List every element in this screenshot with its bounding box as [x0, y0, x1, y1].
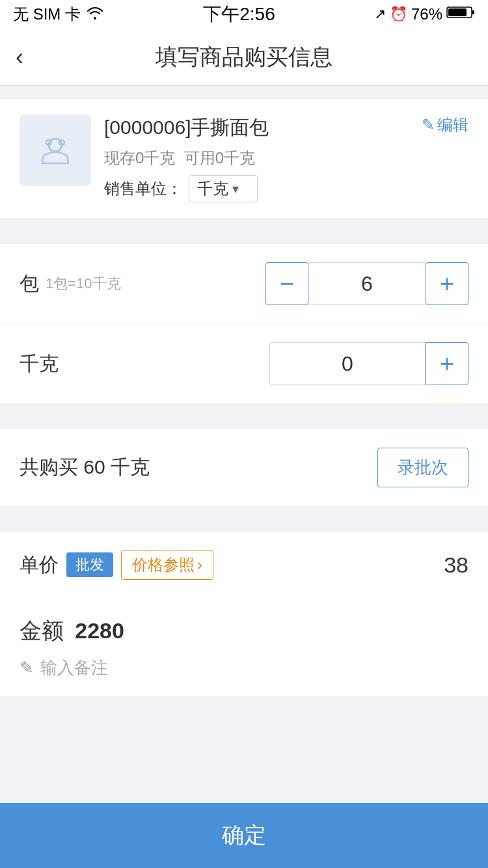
increase-bag-button[interactable]: + — [426, 262, 468, 305]
status-bar: 无 SIM 卡 下午2:56 ↗ ⏰ 76% — [0, 0, 488, 29]
divider-2 — [0, 403, 488, 416]
qty-hint-bag: 1包=10千克 — [46, 274, 265, 293]
note-icon: ✎ — [20, 658, 34, 678]
summary-row: 共购买 60 千克 录批次 — [0, 429, 488, 506]
status-right: ↗ ⏰ 76% — [374, 5, 475, 23]
price-value: 38 — [444, 552, 468, 578]
qty-input-kg[interactable] — [269, 342, 426, 385]
increase-kg-button[interactable]: + — [426, 342, 468, 385]
qty-row-bag: 包 1包=10千克 − + — [0, 244, 488, 324]
battery-icon — [446, 5, 475, 23]
price-ref-arrow-icon: › — [197, 556, 202, 574]
alarm-icon: ⏰ — [390, 6, 407, 23]
amount-row: 金额 2280 — [20, 616, 468, 646]
product-info: [0000006]手撕面包 ✎ 编辑 现存0千克 可用0千克 销售单位： 千克 … — [104, 115, 468, 202]
qty-controls-kg: + — [269, 342, 468, 385]
qty-section: 包 1包=10千克 − + 千克 + — [0, 244, 488, 403]
confirm-button[interactable]: 确定 — [0, 803, 488, 868]
batch-button[interactable]: 录批次 — [377, 448, 468, 487]
price-section: 单价 批发 价格参照 › 38 — [0, 532, 488, 598]
wifi-icon — [86, 5, 104, 23]
amount-label: 金额 — [20, 618, 64, 643]
unit-dropdown[interactable]: 千克 ▾ — [189, 175, 258, 202]
product-stock: 现存0千克 可用0千克 — [104, 148, 468, 169]
unit-value: 千克 — [197, 178, 228, 199]
price-label: 单价 — [20, 552, 59, 578]
product-card: [0000006]手撕面包 ✎ 编辑 现存0千克 可用0千克 销售单位： 千克 … — [0, 99, 488, 218]
nav-bar: ‹ 填写商品购买信息 — [0, 29, 488, 86]
decrease-bag-button[interactable]: − — [265, 262, 308, 305]
status-left: 无 SIM 卡 — [13, 4, 104, 25]
qty-label-bag: 包 — [20, 271, 39, 297]
product-name: [0000006]手撕面包 — [104, 115, 269, 141]
note-row[interactable]: ✎ 输入备注 — [20, 646, 468, 690]
price-row: 单价 批发 价格参照 › 38 — [20, 550, 468, 580]
unit-label: 销售单位： — [104, 178, 182, 199]
product-thumbnail — [20, 115, 91, 186]
product-unit-row: 销售单位： 千克 ▾ — [104, 175, 468, 202]
qty-input-bag[interactable] — [308, 262, 426, 305]
qty-label-kg: 千克 — [20, 351, 59, 377]
price-tag: 批发 — [66, 552, 113, 577]
amount-section: 金额 2280 ✎ 输入备注 — [0, 598, 488, 696]
battery-text: 76% — [411, 5, 442, 23]
note-placeholder: 输入备注 — [40, 657, 108, 679]
carrier-text: 无 SIM 卡 — [13, 4, 81, 25]
svg-rect-1 — [472, 10, 474, 14]
amount-value: 2280 — [69, 618, 124, 643]
edit-button[interactable]: ✎ 编辑 — [422, 115, 468, 135]
svg-rect-2 — [448, 8, 467, 16]
divider-1 — [0, 218, 488, 231]
price-left: 单价 批发 价格参照 › — [20, 550, 213, 580]
back-button[interactable]: ‹ — [16, 44, 23, 71]
status-time: 下午2:56 — [203, 2, 275, 27]
divider-3 — [0, 506, 488, 519]
edit-icon: ✎ — [422, 116, 435, 134]
price-ref-button[interactable]: 价格参照 › — [121, 550, 213, 580]
qty-row-kg: 千克 + — [0, 324, 488, 403]
location-icon: ↗ — [374, 6, 386, 23]
price-ref-label: 价格参照 — [132, 554, 195, 575]
page-title: 填写商品购买信息 — [156, 42, 332, 72]
qty-controls-bag: − + — [265, 262, 468, 305]
edit-label: 编辑 — [437, 115, 468, 135]
summary-text: 共购买 60 千克 — [20, 454, 150, 481]
dropdown-arrow-icon: ▾ — [232, 181, 239, 197]
